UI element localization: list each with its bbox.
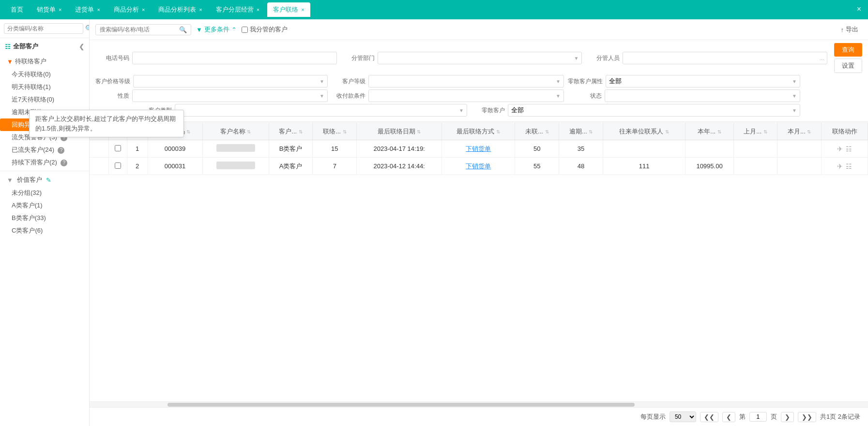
search-icon[interactable]: 🔍 bbox=[179, 26, 187, 33]
retail-customer-select[interactable]: 全部 ▼ bbox=[508, 104, 800, 117]
customer-level-select[interactable]: ▼ bbox=[368, 75, 564, 88]
sidebar-all-customers[interactable]: ☷ 全部客户 ❮ bbox=[0, 38, 89, 55]
value-arrow-icon: ▼ bbox=[7, 176, 13, 184]
sidebar-today-pending[interactable]: 今天待联络(0) bbox=[0, 68, 89, 81]
my-customers-checkbox[interactable] bbox=[242, 27, 248, 33]
decline-label: 持续下滑客户(2) bbox=[12, 159, 57, 166]
nav-customer-contact-close[interactable]: × bbox=[301, 7, 304, 13]
row-last-month-0 bbox=[733, 140, 777, 158]
search-input[interactable] bbox=[100, 26, 177, 33]
nav-product-analysis-close[interactable]: × bbox=[142, 7, 145, 13]
hscroll-thumb[interactable] bbox=[168, 403, 635, 407]
nav-purchase-label: 进货单 bbox=[75, 5, 94, 14]
nav-product-analysis-label: 商品分析 bbox=[114, 5, 139, 14]
hscroll-bar[interactable] bbox=[90, 401, 868, 407]
dept-select[interactable]: ▼ bbox=[378, 52, 582, 64]
export-label: 导出 bbox=[846, 25, 858, 34]
row-actions-0: ✈ ☷ bbox=[822, 140, 868, 158]
page-input[interactable] bbox=[749, 412, 767, 422]
already-lost-label: 已流失客户(24) bbox=[12, 146, 54, 153]
payment-select[interactable]: ▼ bbox=[368, 89, 564, 102]
payment-label: 收付款条件 bbox=[332, 92, 365, 100]
row-checkbox[interactable] bbox=[115, 162, 121, 169]
all-customers-label: 全部客户 bbox=[13, 42, 38, 51]
nav-customer-segment[interactable]: 客户分层经营 × bbox=[210, 2, 265, 17]
export-button[interactable]: ↑ 导出 bbox=[837, 23, 863, 36]
table-row: 2 000031 A类客户 7 2023-04-12 14:44: 下销货单 5… bbox=[90, 158, 868, 175]
tomorrow-pending-label: 明天待联络(1) bbox=[12, 83, 51, 90]
row-name-1 bbox=[202, 158, 269, 175]
phone-label: 电话号码 bbox=[95, 54, 129, 62]
row-method-link-0[interactable]: 下销货单 bbox=[466, 145, 491, 152]
per-page-select[interactable]: 50 20 100 bbox=[670, 411, 696, 422]
sidebar-search-input[interactable] bbox=[4, 23, 83, 34]
sidebar-a-class[interactable]: A类客户(1) bbox=[0, 199, 89, 212]
sidebar-7day-pending[interactable]: 近7天待联络(0) bbox=[0, 93, 89, 106]
sidebar-c-class[interactable]: C类客户(6) bbox=[0, 224, 89, 237]
row-action-contact-0[interactable]: ✈ bbox=[837, 145, 843, 153]
nav-purchase[interactable]: 进货单 × bbox=[69, 2, 106, 17]
nav-customer-contact[interactable]: 客户联络 × bbox=[267, 2, 310, 17]
person-select[interactable]: ... bbox=[623, 52, 827, 64]
conditions-actions: 查询 设置 bbox=[834, 43, 862, 73]
person-more-icon[interactable]: ... bbox=[820, 55, 824, 61]
sidebar-already-lost[interactable]: 已流失客户(24) ? bbox=[0, 144, 89, 156]
nav-home-label: 首页 bbox=[11, 5, 23, 14]
nature-label: 性质 bbox=[95, 92, 129, 100]
edit-value-icon[interactable]: ✎ bbox=[46, 176, 51, 184]
nav-product-list-close[interactable]: × bbox=[199, 7, 202, 13]
phone-input[interactable] bbox=[132, 52, 337, 64]
sidebar-pending-group[interactable]: ▼ 待联络客户 bbox=[0, 55, 89, 68]
conditions-row-1: 电话号码 分管部门 ▼ 分管人员 ... bbox=[95, 43, 862, 73]
sidebar-tomorrow-pending[interactable]: 明天待联络(1) bbox=[0, 81, 89, 93]
table-row: 1 000039 B类客户 15 2023-04-17 14:19: 下销货单 … bbox=[90, 140, 868, 158]
nav-purchase-close[interactable]: × bbox=[97, 7, 100, 13]
table-body: 1 000039 B类客户 15 2023-04-17 14:19: 下销货单 … bbox=[90, 140, 868, 175]
page-suffix: 页 bbox=[771, 412, 777, 421]
already-lost-info-icon: ? bbox=[58, 147, 64, 154]
row-action-more-1[interactable]: ☷ bbox=[846, 162, 852, 170]
more-conditions-label: 更多条件 bbox=[204, 25, 229, 34]
row-action-contact-1[interactable]: ✈ bbox=[837, 162, 843, 170]
retail-attr-select[interactable]: 全部 ▼ bbox=[606, 75, 800, 88]
nav-sales-close[interactable]: × bbox=[59, 7, 61, 13]
nav-product-analysis[interactable]: 商品分析 × bbox=[108, 2, 151, 17]
pagination-bar: 每页显示 50 20 100 ❮❮ ❮ 第 页 ❯ ❯❯ 共1页 2条记录 bbox=[90, 407, 868, 426]
table-area[interactable]: ⚙ * 客户编码 客户名称 客户... bbox=[90, 123, 868, 401]
nav-sales[interactable]: 销货单 × bbox=[31, 2, 67, 17]
query-button[interactable]: 查询 bbox=[834, 43, 862, 57]
7day-pending-label: 近7天待联络(0) bbox=[12, 96, 54, 103]
row-method-link-1[interactable]: 下销货单 bbox=[466, 162, 491, 170]
sidebar-b-class[interactable]: B类客户(33) bbox=[0, 212, 89, 224]
nature-select[interactable]: ▼ bbox=[132, 89, 328, 102]
export-icon: ↑ bbox=[841, 26, 844, 33]
sidebar-unclassified[interactable]: 未分组(32) bbox=[0, 187, 89, 199]
retail-attr-value: 全部 bbox=[609, 77, 622, 86]
row-checkbox[interactable] bbox=[115, 145, 121, 151]
next-page-button[interactable]: ❯ bbox=[781, 412, 794, 422]
close-all-button[interactable]: × bbox=[857, 5, 861, 14]
content-area: 🔍 ▼ 更多条件 ⌃ 我分管的客户 ↑ 导出 电话号码 bbox=[90, 19, 868, 426]
settings-button[interactable]: 设置 bbox=[834, 59, 862, 73]
sidebar: 🔍 ☷ 全部客户 ❮ ▼ 待联络客户 今天待联络(0) 明天待联络(1) 近7天… bbox=[0, 19, 90, 426]
price-level-select[interactable]: ▼ bbox=[133, 75, 328, 88]
sidebar-decline[interactable]: 持续下滑客户(2) ? bbox=[0, 156, 89, 169]
prev-page-button[interactable]: ❮ bbox=[722, 412, 735, 422]
first-page-button[interactable]: ❮❮ bbox=[700, 412, 718, 422]
sidebar-search-icon[interactable]: 🔍 bbox=[85, 25, 90, 32]
row-action-more-0[interactable]: ☷ bbox=[846, 145, 852, 153]
row-code-1: 000031 bbox=[148, 158, 202, 175]
nav-customer-segment-close[interactable]: × bbox=[257, 7, 259, 13]
row-last-date-1: 2023-04-12 14:44: bbox=[357, 158, 442, 175]
condition-nature: 性质 ▼ bbox=[95, 89, 328, 102]
sidebar-value-group[interactable]: ▼ 价值客户 ✎ bbox=[0, 173, 89, 187]
my-customers-filter[interactable]: 我分管的客户 bbox=[242, 25, 288, 34]
status-select[interactable]: ▼ bbox=[605, 89, 800, 102]
customer-type-select[interactable]: ▼ bbox=[175, 104, 467, 117]
more-conditions-btn[interactable]: ▼ 更多条件 ⌃ bbox=[196, 25, 237, 34]
a-class-label: A类客户(1) bbox=[12, 202, 43, 209]
last-page-button[interactable]: ❯❯ bbox=[798, 412, 816, 422]
row-checkbox-0 bbox=[108, 140, 127, 158]
nav-home[interactable]: 首页 bbox=[5, 2, 29, 17]
nav-product-list[interactable]: 商品分析列表 × bbox=[152, 2, 208, 17]
